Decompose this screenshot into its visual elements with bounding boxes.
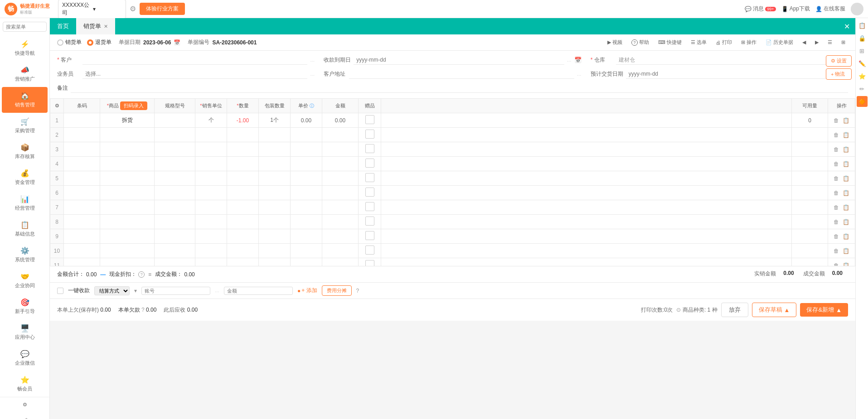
sidebar-item-enterprise[interactable]: 🤝 企业协同 — [0, 268, 49, 294]
cell-barcode[interactable] — [64, 128, 100, 142]
cell-quantity[interactable] — [227, 244, 259, 258]
cell-quantity[interactable] — [227, 142, 259, 157]
sidebar-item-marketing[interactable]: 📣 营销推广 — [0, 61, 49, 87]
gift-checkbox[interactable] — [365, 188, 374, 197]
app-download-btn[interactable]: 📱 App下载 — [781, 5, 810, 13]
cell-gift[interactable] — [359, 244, 381, 258]
cell-quantity[interactable] — [227, 215, 259, 229]
cell-pack-qty[interactable] — [259, 128, 291, 142]
cell-pack-qty[interactable] — [259, 229, 291, 244]
cell-amount[interactable] — [322, 128, 359, 142]
delete-icon[interactable]: 🗑 — [834, 219, 839, 225]
account-more-icon[interactable]: … — [215, 288, 219, 293]
gift-checkbox[interactable] — [365, 159, 374, 168]
info-icon[interactable]: ⓘ — [310, 103, 314, 108]
cell-pack-qty[interactable] — [259, 200, 291, 215]
radio-return[interactable]: 退货单 — [87, 39, 112, 46]
cell-quantity[interactable] — [227, 157, 259, 171]
delete-icon[interactable]: 🗑 — [834, 190, 839, 196]
cell-unit-price[interactable] — [291, 142, 322, 157]
logistics-btn[interactable]: + 物流 — [826, 68, 852, 80]
cell-pack-qty[interactable] — [259, 157, 291, 171]
online-service-btn[interactable]: 👤 在线客服 — [815, 5, 845, 13]
payment-method-select[interactable]: 结算方式 — [94, 286, 130, 295]
cell-amount[interactable] — [322, 142, 359, 157]
gift-checkbox[interactable] — [365, 173, 374, 182]
cell-barcode[interactable] — [64, 200, 100, 215]
payment-method-more[interactable]: ▾ — [134, 288, 137, 294]
right-panel-edit[interactable]: ✏️ — [857, 58, 868, 69]
cell-barcode[interactable] — [64, 229, 100, 244]
right-panel-star[interactable]: ⭐ — [857, 71, 868, 82]
cell-unit[interactable]: 个 — [195, 113, 227, 128]
abandon-btn[interactable]: 放弃 — [721, 303, 748, 317]
sidebar-item-purchase[interactable]: 🛒 采购管理 — [0, 113, 49, 139]
cell-spec[interactable] — [155, 244, 195, 258]
experience-btn[interactable]: 体验行业方案 — [140, 3, 185, 15]
cell-product[interactable] — [100, 200, 155, 215]
copy-icon[interactable]: 📋 — [843, 132, 849, 138]
calendar-icon[interactable]: 📅 — [174, 39, 180, 46]
copy-icon[interactable]: 📋 — [843, 117, 849, 124]
cell-amount[interactable] — [322, 157, 359, 171]
cell-product[interactable] — [100, 186, 155, 200]
delete-icon[interactable]: 🗑 — [834, 233, 839, 240]
sidebar-item-member[interactable]: ⭐ 畅会员 — [0, 371, 49, 397]
amount-input[interactable] — [224, 287, 293, 295]
cell-amount[interactable] — [322, 244, 359, 258]
right-panel-lock[interactable]: 🔒 — [857, 33, 868, 43]
cell-gift[interactable] — [359, 229, 381, 244]
cell-product[interactable]: 拆货 — [100, 113, 155, 128]
cell-unit[interactable] — [195, 157, 227, 171]
gift-checkbox[interactable] — [365, 260, 374, 266]
cell-spec[interactable] — [155, 171, 195, 186]
one-click-checkbox[interactable] — [57, 288, 63, 294]
cell-unit-price[interactable] — [291, 128, 322, 142]
sidebar-item-operation[interactable]: 📊 经营管理 — [0, 190, 49, 216]
delete-icon[interactable]: 🗑 — [834, 175, 839, 182]
history-btn[interactable]: 📄 历史单据 — [763, 38, 796, 47]
view-grid-btn[interactable]: ⊞ — [839, 39, 848, 46]
gift-checkbox[interactable] — [365, 202, 374, 211]
cell-quantity[interactable] — [227, 229, 259, 244]
cell-unit[interactable] — [195, 200, 227, 215]
tab-close-icon[interactable]: ✕ — [104, 24, 108, 29]
cell-unit-price[interactable] — [291, 215, 322, 229]
cell-quantity[interactable] — [227, 258, 259, 266]
cell-product[interactable] — [100, 229, 155, 244]
cell-unit[interactable] — [195, 215, 227, 229]
right-panel-clipboard[interactable]: 📋 — [857, 20, 868, 31]
radio-sales[interactable]: 销货单 — [57, 39, 82, 46]
right-panel-orange[interactable]: 🔶 — [857, 96, 868, 107]
delete-icon[interactable]: 🗑 — [834, 262, 839, 266]
right-panel-pen[interactable]: ✏ — [857, 83, 868, 94]
cell-barcode[interactable] — [64, 258, 100, 266]
gift-checkbox[interactable] — [365, 246, 374, 255]
cell-barcode[interactable] — [64, 113, 100, 128]
cell-unit-price[interactable] — [291, 244, 322, 258]
copy-icon[interactable]: 📋 — [843, 219, 849, 225]
view-list-btn[interactable]: ☰ — [825, 39, 835, 46]
cell-amount[interactable] — [322, 229, 359, 244]
cell-barcode[interactable] — [64, 157, 100, 171]
cell-pack-qty[interactable] — [259, 171, 291, 186]
fee-split-btn[interactable]: 费用分摊 — [322, 285, 352, 296]
save-draft-btn[interactable]: 保存草稿 ▲ — [752, 303, 797, 317]
delete-icon[interactable]: 🗑 — [834, 204, 839, 211]
sidebar-item-finance[interactable]: 💰 资金管理 — [0, 164, 49, 190]
address-more-icon[interactable]: … — [577, 72, 582, 77]
cell-amount[interactable] — [322, 215, 359, 229]
delete-icon[interactable]: 🗑 — [834, 132, 839, 138]
copy-icon[interactable]: 📋 — [843, 175, 849, 182]
customer-address-input[interactable] — [349, 69, 574, 79]
cell-pack-qty[interactable] — [259, 244, 291, 258]
cell-barcode[interactable] — [64, 171, 100, 186]
cell-spec[interactable] — [155, 258, 195, 266]
calendar-icon[interactable]: 📅 — [574, 57, 582, 63]
help-icon2[interactable]: 本单欠款 — [118, 307, 140, 313]
cell-gift[interactable] — [359, 186, 381, 200]
nav-prev-btn[interactable]: ◀ — [800, 39, 809, 46]
cell-quantity[interactable] — [227, 171, 259, 186]
minus-icon[interactable]: — — [100, 271, 106, 278]
cell-unit[interactable] — [195, 258, 227, 266]
